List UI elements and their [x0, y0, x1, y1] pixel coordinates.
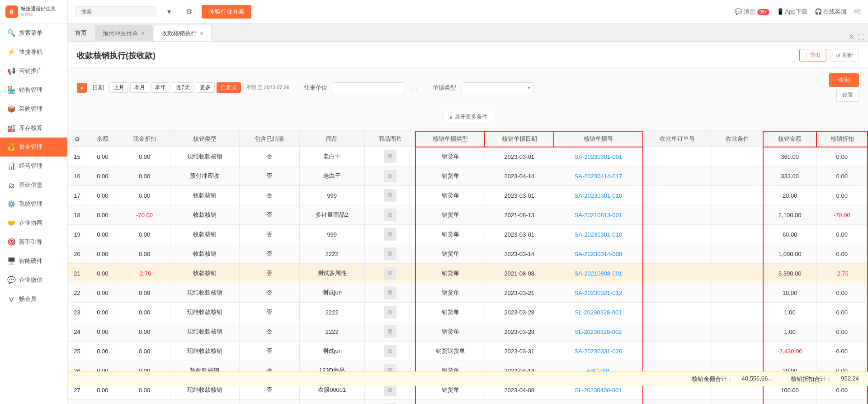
cell-balance: 0.00	[86, 225, 119, 244]
table-footer: 核销金额合计： 40,556,66... 核销折扣合计： 952.24	[68, 371, 868, 386]
app-download-link[interactable]: 📱 App下载	[777, 8, 807, 16]
filter-row-1: » 日期 上月 本月 本年 近7天 更多 自定义 不限 至 2023-07-26…	[77, 73, 859, 102]
tab-prepay[interactable]: 预付冲应付单 ✕	[95, 25, 153, 41]
chevron-down-icon[interactable]: ▾	[162, 5, 176, 19]
page-header: 收款核销执行(按收款) ↑ 导出 ↺ 刷新	[68, 42, 868, 68]
cell-no: 19	[68, 225, 86, 244]
table-row: 21 0.00 -2.76 收款核销 否 测试多属性 图 销货单 2021-08…	[68, 264, 868, 283]
cell-verify-type: 现结收款核销	[170, 400, 239, 404]
sidebar-item-2[interactable]: 📢营销推广	[0, 62, 67, 81]
cell-bill-type: 销货退货单	[415, 342, 485, 361]
sidebar-item-9[interactable]: ⚙️系统管理	[0, 195, 67, 214]
sidebar-label-2: 营销推广	[19, 67, 42, 75]
cell-bill-type: 销货单	[415, 244, 485, 264]
sidebar-item-0[interactable]: 🔍搜索菜单	[0, 24, 67, 43]
cell-balance: 0.00	[86, 186, 119, 205]
sidebar-item-8[interactable]: 🗂基础信息	[0, 176, 67, 195]
sidebar-item-13[interactable]: 💬企业微信	[0, 271, 67, 290]
bill-no-link[interactable]: SA-20230314-008	[575, 251, 623, 257]
bill-no-link[interactable]: SL-20230328-002	[575, 328, 622, 335]
cell-goods: 老白干	[299, 147, 364, 166]
bill-no-link[interactable]: SA-20230301-010	[575, 231, 623, 238]
sidebar-icon-11: 🎯	[7, 238, 15, 246]
table-header-row: ⚙ 余额 现金折扣 核销类型 包含已结清 商品 商品图片 核销单据类型 核销单据…	[68, 131, 868, 147]
date-btn-7days[interactable]: 近7天	[172, 82, 194, 93]
sidebar-label-0: 搜索菜单	[19, 29, 42, 37]
search-input[interactable]	[75, 6, 156, 17]
cell-balance: 0.00	[86, 303, 119, 322]
date-btn-more[interactable]: 更多	[196, 82, 215, 93]
cell-bill-date: 2023-03-28	[485, 322, 554, 342]
sidebar-label-5: 库存核算	[19, 124, 42, 132]
sidebar-label-9: 系统管理	[19, 200, 42, 208]
topbar-right: 💬 消息 99+ 📱 App下载 🎧 在线客服 Rit	[735, 8, 861, 16]
sidebar-item-10[interactable]: 🤝企业协同	[0, 214, 67, 233]
date-btn-this-year[interactable]: 本年	[151, 82, 170, 93]
cell-discount: 0.00	[816, 166, 868, 186]
tab-receipt-verify[interactable]: 收款核销执行 ✕	[154, 25, 212, 41]
bill-no-link[interactable]: SA-20210808-001	[575, 270, 623, 277]
setting-button[interactable]: 设置	[836, 89, 859, 102]
sidebar-item-4[interactable]: 📦采购管理	[0, 100, 67, 119]
sidebar-item-11[interactable]: 🎯新手引导	[0, 233, 67, 252]
date-btn-this-month[interactable]: 本月	[130, 82, 149, 93]
export-button[interactable]: ↑ 导出	[799, 49, 826, 62]
bill-no-link[interactable]: SA-20230414-017	[575, 173, 623, 180]
bill-no-link[interactable]: SA-20230331-026	[575, 348, 623, 355]
cell-discount: -2.76	[816, 264, 868, 283]
window-maximize-icon[interactable]: ⛶	[858, 33, 864, 41]
sidebar-item-14[interactable]: V畅会员	[0, 290, 67, 309]
tab-close-prepay[interactable]: ✕	[141, 30, 145, 37]
cell-included: 否	[239, 186, 299, 205]
cell-condition	[712, 147, 763, 166]
sidebar-item-6[interactable]: 💰资金管理	[0, 138, 67, 157]
sidebar-icon-1: ⚡	[7, 48, 15, 56]
query-button[interactable]: 查询	[829, 73, 859, 87]
from-unit-input[interactable]	[333, 82, 405, 93]
logo-title: 畅捷通谱好生意	[21, 5, 56, 12]
cell-bill-type: 销货单	[415, 283, 485, 303]
cell-verify-type: 收款核销	[170, 225, 239, 244]
sidebar-item-7[interactable]: 📊经营管理	[0, 157, 67, 176]
cell-goods-img: 图	[364, 205, 415, 225]
cell-bill-date: 2023-03-28	[485, 303, 554, 322]
bill-no-link[interactable]: SL-20230408-001	[575, 387, 622, 394]
th-settings[interactable]: ⚙	[68, 131, 86, 147]
bill-no-link[interactable]: SA-20230301-001	[575, 153, 623, 160]
bill-no-link[interactable]: SA-20230301-010	[575, 192, 623, 199]
cell-bill-type: 销货单	[415, 303, 485, 322]
th-included: 包含已结清	[239, 131, 299, 147]
cell-included: 否	[239, 400, 299, 404]
sidebar-item-3[interactable]: 🏪销售管理	[0, 81, 67, 100]
expand-more-button[interactable]: ∨ 展开更多条件	[443, 111, 493, 123]
refresh-button[interactable]: ↺ 刷新	[830, 49, 859, 62]
bill-no-link[interactable]: SL-20230328-001	[575, 309, 622, 316]
date-range-text: 不限 至 2023-07-26	[246, 84, 289, 91]
sidebar-item-5[interactable]: 🏭库存核算	[0, 119, 67, 138]
sidebar-item-1[interactable]: ⚡快捷导航	[0, 43, 67, 62]
cell-cash-discount: 0.00	[119, 244, 170, 264]
solution-button[interactable]: 体验行业方案	[202, 5, 251, 19]
settings-icon[interactable]: ⚙	[182, 5, 196, 19]
notification-area[interactable]: 💬 消息 99+	[735, 8, 769, 16]
date-btn-custom[interactable]: 自定义	[217, 82, 241, 93]
cell-goods-img: 图	[364, 322, 415, 342]
cell-included: 否	[239, 147, 299, 166]
online-service-link[interactable]: 🎧 在线客服	[815, 8, 847, 16]
expand-arrow-icon[interactable]: »	[77, 83, 87, 93]
bill-no-link[interactable]: SA-20230321-012	[575, 290, 623, 296]
date-btn-last-month[interactable]: 上月	[109, 82, 128, 93]
tab-home[interactable]: 首页	[68, 25, 94, 41]
sidebar-item-12[interactable]: 🖥️智能硬件	[0, 252, 67, 271]
cell-bill-date: 2023-04-14	[485, 166, 554, 186]
bill-type-select[interactable]	[462, 82, 534, 93]
cell-condition	[712, 400, 763, 404]
cell-receipt-no	[643, 225, 712, 244]
cell-no: 18	[68, 205, 86, 225]
window-close-icon[interactable]: ✕	[849, 33, 854, 41]
sidebar: 6 畅捷通谱好生意 标准版 🔍搜索菜单⚡快捷导航📢营销推广🏪销售管理📦采购管理🏭…	[0, 0, 68, 404]
tab-close-receipt[interactable]: ✕	[199, 30, 204, 37]
filter-expand-btn[interactable]: »	[77, 83, 87, 93]
cell-discount: 0.00	[816, 186, 868, 205]
bill-no-link[interactable]: SA-20210813-001	[575, 212, 623, 219]
